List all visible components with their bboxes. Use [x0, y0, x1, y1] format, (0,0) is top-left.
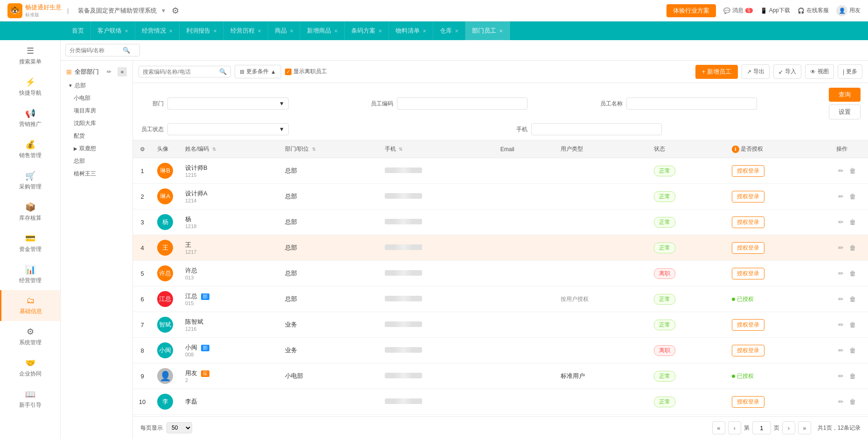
last-page-button[interactable]: »	[798, 421, 811, 434]
delete-button[interactable]: 🗑	[847, 320, 858, 329]
dept-item-shenyang[interactable]: 沈阳大库	[61, 117, 132, 130]
more-filter-button[interactable]: ⊞ 更多条件 ▲	[235, 65, 281, 78]
reset-button[interactable]: 设置	[829, 105, 861, 119]
prev-page-button[interactable]: ‹	[728, 421, 741, 434]
auth-dot	[732, 298, 735, 301]
search-button[interactable]: 查询	[829, 88, 861, 102]
user-button[interactable]: 👤 用友	[836, 5, 861, 16]
cell-ops: ✏ 🗑	[831, 261, 868, 286]
sidebar-item-quicknav[interactable]: ⚡ 快捷导航	[0, 71, 60, 103]
nav-tab-addgoods[interactable]: 新增商品✕	[300, 21, 345, 40]
nav-tab-operation[interactable]: 经营情况✕	[135, 21, 180, 40]
edit-button[interactable]: ✏	[836, 371, 846, 381]
dept-item-project-warehouse[interactable]: 项目库房	[61, 105, 132, 117]
sidebar-item-basic[interactable]: 🗂 基础信息	[0, 290, 60, 321]
nav-tab-warehouse[interactable]: 仓库✕	[433, 21, 465, 40]
delete-button[interactable]: 🗑	[847, 346, 858, 355]
settings-gear-icon[interactable]: ⚙	[172, 6, 179, 16]
sidebar-item-collab[interactable]: 🤝 企业协同	[0, 352, 60, 383]
nav-tab-history[interactable]: 经营历程✕	[224, 21, 268, 40]
online-service-button[interactable]: 🎧 在线客服	[798, 7, 829, 14]
edit-button[interactable]: ✏	[836, 346, 846, 355]
delete-button[interactable]: 🗑	[847, 166, 858, 175]
show-resigned-toggle[interactable]: ✓ 显示离职员工	[285, 68, 327, 76]
auth-login-button[interactable]: 授权登录	[732, 242, 764, 254]
nav-tab-profit[interactable]: 利润报告✕	[180, 21, 224, 40]
nav-tab-home[interactable]: 首页	[65, 21, 91, 40]
auth-login-button[interactable]: 授权登录	[732, 268, 764, 279]
sidebar-item-guide[interactable]: 📖 新手引导	[0, 383, 60, 415]
auth-login-button[interactable]: 授权登录	[732, 345, 764, 356]
delete-button[interactable]: 🗑	[847, 217, 858, 227]
sidebar-item-sales[interactable]: 💰 销售管理	[0, 134, 60, 165]
edit-button[interactable]: ✏	[836, 192, 846, 201]
emp-name-input[interactable]	[626, 98, 757, 110]
status-badge: 正常	[654, 191, 675, 202]
page-size-select[interactable]: 50 100 200	[167, 422, 192, 433]
export-button[interactable]: ↗ 导出	[742, 64, 770, 79]
edit-button[interactable]: ✏	[836, 269, 846, 278]
delete-button[interactable]: 🗑	[847, 192, 858, 201]
sidebar-item-finance[interactable]: 💳 资金管理	[0, 228, 60, 259]
employee-search-icon[interactable]: 🔍	[219, 68, 227, 75]
dept-item-distribution[interactable]: 配货	[61, 130, 132, 142]
sidebar-item-marketing[interactable]: 📢 营销推广	[0, 103, 60, 134]
page-input[interactable]	[752, 421, 771, 434]
auth-login-button[interactable]: 授权登录	[732, 165, 764, 177]
nav-tab-employees[interactable]: 部门员工✕	[465, 21, 510, 40]
dept-select[interactable]: ▼	[167, 98, 289, 110]
employee-search-input[interactable]	[143, 69, 217, 75]
auth-login-button[interactable]: 授权登录	[732, 396, 764, 408]
auth-login-button[interactable]: 授权登录	[732, 216, 764, 228]
delete-button[interactable]: 🗑	[847, 371, 858, 381]
trial-button[interactable]: 体验行业方案	[667, 4, 716, 17]
message-button[interactable]: 💬 消息 5	[723, 7, 753, 14]
app-download-button[interactable]: 📱 App下载	[760, 7, 790, 14]
import-button[interactable]: ↙ 导入	[773, 64, 801, 79]
nav-tab-customer[interactable]: 客户联络✕	[91, 21, 135, 40]
dept-edit-icon[interactable]: ✏	[104, 67, 114, 77]
dept-item-headquarters-parent[interactable]: ▼总部	[61, 79, 132, 92]
emp-code-input[interactable]	[397, 98, 528, 110]
auth-login-button[interactable]: 授权登录	[732, 191, 764, 202]
dept-item-hq[interactable]: 总部	[61, 155, 132, 167]
dept-item-plant-tree[interactable]: 植树王三	[61, 167, 132, 180]
auth-login-button[interactable]: 授权登录	[732, 319, 764, 331]
resigned-checkbox[interactable]: ✓	[285, 69, 292, 75]
delete-button[interactable]: 🗑	[847, 294, 858, 304]
sidebar-item-purchase[interactable]: 🛒 采购管理	[0, 165, 60, 196]
delete-button[interactable]: 🗑	[847, 269, 858, 278]
next-page-button[interactable]: ›	[782, 421, 795, 434]
emp-status-select[interactable]: ▼	[167, 123, 289, 135]
dept-item-shuanglu[interactable]: ▶双鹿想	[61, 142, 132, 155]
classification-search-input[interactable]	[69, 47, 121, 54]
col-settings[interactable]: ⚙	[133, 140, 152, 158]
nav-tab-barcode[interactable]: 条码方案✕	[345, 21, 389, 40]
edit-button[interactable]: ✏	[836, 166, 846, 175]
edit-button[interactable]: ✏	[836, 217, 846, 227]
sidebar-item-mgmt[interactable]: 📊 经营管理	[0, 259, 60, 290]
view-button[interactable]: 👁 视图	[805, 64, 834, 79]
nav-tab-goods[interactable]: 商品✕	[268, 21, 300, 40]
classification-search-icon[interactable]: 🔍	[123, 47, 130, 54]
col-dept[interactable]: 部门/职位 ⇅	[279, 140, 379, 158]
edit-button[interactable]: ✏	[836, 294, 846, 304]
sidebar-item-system[interactable]: ⚙ 系统管理	[0, 321, 60, 352]
dept-item-small-electric[interactable]: 小电部	[61, 92, 132, 105]
more-button[interactable]: | 更多	[838, 64, 862, 79]
sys-dropdown-arrow[interactable]: ▼	[160, 7, 166, 14]
delete-button[interactable]: 🗑	[847, 397, 858, 406]
sidebar-item-search[interactable]: ☰ 搜索菜单	[0, 40, 60, 71]
sidebar-item-inventory[interactable]: 📦 库存核算	[0, 196, 60, 228]
nav-tab-bom[interactable]: 物料清单✕	[389, 21, 433, 40]
dept-collapse-icon[interactable]: «	[118, 67, 127, 77]
first-page-button[interactable]: «	[712, 421, 725, 434]
add-employee-button[interactable]: + 新增员工	[695, 65, 738, 79]
phone-input[interactable]	[531, 123, 662, 135]
edit-button[interactable]: ✏	[836, 320, 846, 329]
edit-button[interactable]: ✏	[836, 243, 846, 252]
col-phone[interactable]: 手机 ⇅	[379, 140, 495, 158]
edit-button[interactable]: ✏	[836, 397, 846, 406]
col-name[interactable]: 姓名/编码 ⇅	[180, 140, 279, 158]
delete-button[interactable]: 🗑	[847, 243, 858, 252]
